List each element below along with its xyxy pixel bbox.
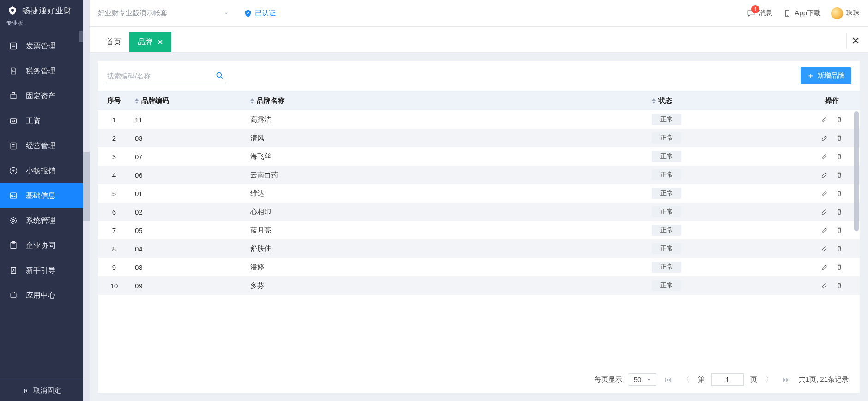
status-badge: 正常 — [652, 280, 681, 291]
svg-rect-9 — [11, 143, 16, 149]
tab-home-label: 首页 — [106, 37, 121, 47]
close-icon[interactable]: ✕ — [157, 38, 163, 47]
delete-icon[interactable] — [835, 170, 844, 180]
cell-index: 6 — [98, 203, 130, 221]
cell-status: 正常 — [647, 221, 804, 239]
per-page-select[interactable]: 50 — [629, 373, 656, 386]
delete-icon[interactable] — [835, 281, 844, 290]
plus-icon: ＋ — [807, 71, 814, 81]
user-menu[interactable]: 珠珠 — [831, 7, 860, 19]
sidebar-item[interactable]: 系统管理 — [0, 208, 83, 233]
status-badge: 正常 — [652, 114, 681, 125]
next-page-button[interactable]: 〉 — [764, 373, 775, 386]
edit-icon[interactable] — [820, 133, 829, 143]
sidebar-item-label: 系统管理 — [26, 216, 55, 226]
cell-status: 正常 — [647, 203, 804, 221]
sidebar-item[interactable]: 经营管理 — [0, 133, 83, 158]
close-all-tabs-button[interactable]: ✕ — [846, 33, 864, 49]
edit-icon[interactable] — [820, 207, 829, 216]
sidebar-scrollbar[interactable] — [79, 31, 83, 42]
svg-rect-25 — [24, 389, 25, 393]
cell-ops — [804, 147, 860, 166]
messages-button[interactable]: 1 消息 — [747, 9, 772, 18]
edit-icon[interactable] — [820, 263, 829, 272]
last-page-button[interactable]: ⏭ — [781, 374, 792, 386]
delete-icon[interactable] — [835, 244, 844, 253]
cell-code: 04 — [130, 239, 246, 258]
delete-icon[interactable] — [835, 152, 844, 161]
app-header: 畅捷通好业财 — [0, 0, 83, 19]
svg-point-27 — [787, 15, 788, 16]
col-status[interactable]: 状态 — [647, 91, 804, 110]
cell-name: 清风 — [246, 129, 647, 147]
table-row[interactable]: 804舒肤佳正常 — [98, 239, 860, 258]
svg-point-0 — [11, 9, 14, 12]
sidebar-item[interactable]: 企业协同 — [0, 233, 83, 258]
table-row[interactable]: 406云南白药正常 — [98, 166, 860, 184]
sidebar-item[interactable]: 基础信息 — [0, 183, 83, 208]
per-page-label: 每页显示 — [595, 375, 622, 384]
table-scrollbar[interactable] — [854, 111, 859, 231]
table-row[interactable]: 203清风正常 — [98, 129, 860, 147]
invoice-icon — [8, 41, 18, 51]
cell-name: 海飞丝 — [246, 147, 647, 166]
tab-home[interactable]: 首页 — [98, 32, 129, 52]
search-icon[interactable] — [213, 69, 226, 82]
tab-brand[interactable]: 品牌 ✕ — [129, 32, 171, 52]
cell-status: 正常 — [647, 166, 804, 184]
page-input[interactable] — [711, 373, 744, 386]
prev-page-button[interactable]: 〈 — [680, 373, 692, 386]
sidebar-item[interactable]: 应用中心 — [0, 283, 83, 308]
table-row[interactable]: 602心相印正常 — [98, 203, 860, 221]
cell-status: 正常 — [647, 147, 804, 166]
sidebar-item[interactable]: 发票管理 — [0, 34, 83, 59]
first-page-button[interactable]: ⏮ — [663, 374, 674, 386]
delete-icon[interactable] — [835, 207, 844, 216]
edit-icon[interactable] — [820, 244, 829, 253]
cell-ops — [804, 184, 860, 203]
svg-rect-7 — [10, 119, 16, 123]
cell-index: 7 — [98, 221, 130, 239]
app-download-button[interactable]: App下载 — [783, 9, 821, 18]
table-row[interactable]: 307海飞丝正常 — [98, 147, 860, 166]
edit-icon[interactable] — [820, 226, 829, 235]
delete-icon[interactable] — [835, 133, 844, 143]
edit-icon[interactable] — [820, 170, 829, 180]
col-code[interactable]: 品牌编码 — [130, 91, 246, 110]
search-input[interactable] — [106, 69, 213, 83]
delete-icon[interactable] — [835, 189, 844, 198]
table-row[interactable]: 501维达正常 — [98, 184, 860, 203]
account-select[interactable]: 好业财专业版演示帐套 — [98, 9, 230, 18]
cell-ops — [804, 276, 860, 295]
sidebar-item[interactable]: 小畅报销 — [0, 158, 83, 183]
sidebar-unpin-button[interactable]: 取消固定 — [0, 380, 83, 401]
delete-icon[interactable] — [835, 115, 844, 124]
sidebar-item[interactable]: 工资 — [0, 108, 83, 133]
cell-code: 05 — [130, 221, 246, 239]
edit-icon[interactable] — [820, 281, 829, 290]
edit-icon[interactable] — [820, 189, 829, 198]
sidebar-splitter[interactable] — [83, 0, 90, 401]
page-prefix: 第 — [698, 375, 705, 384]
add-brand-button[interactable]: ＋ 新增品牌 — [801, 67, 851, 84]
tabbar: 首页 品牌 ✕ ✕ — [90, 27, 868, 53]
sidebar-item-label: 税务管理 — [26, 66, 55, 76]
delete-icon[interactable] — [835, 263, 844, 272]
cell-code: 07 — [130, 147, 246, 166]
table-row[interactable]: 1009多芬正常 — [98, 276, 860, 295]
col-name[interactable]: 品牌名称 — [246, 91, 647, 110]
table-wrap: 序号 品牌编码 品牌名称 状态 操作 111高露洁正常203清风正常307海飞丝… — [98, 91, 860, 366]
table-row[interactable]: 908潘婷正常 — [98, 258, 860, 276]
table-row[interactable]: 111高露洁正常 — [98, 110, 860, 129]
sidebar-item[interactable]: %税务管理 — [0, 59, 83, 84]
delete-icon[interactable] — [835, 226, 844, 235]
user-name: 珠珠 — [846, 9, 860, 18]
sidebar-item[interactable]: 新手引导 — [0, 258, 83, 283]
table-row[interactable]: 705蓝月亮正常 — [98, 221, 860, 239]
sidebar-item[interactable]: 固定资产 — [0, 84, 83, 108]
svg-point-14 — [12, 195, 13, 197]
status-badge: 正常 — [652, 151, 681, 162]
cell-name: 维达 — [246, 184, 647, 203]
edit-icon[interactable] — [820, 115, 829, 124]
edit-icon[interactable] — [820, 152, 829, 161]
